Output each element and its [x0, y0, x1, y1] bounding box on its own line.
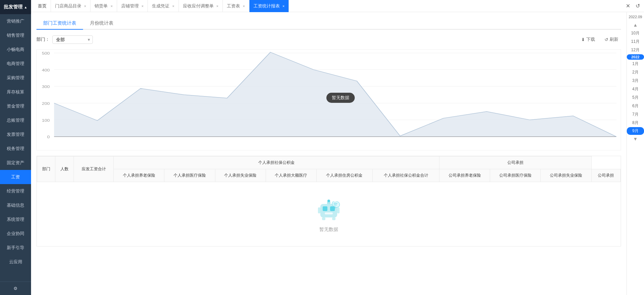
chart-svg: 500 400 300 200 100 0 — [37, 50, 621, 150]
refresh-button[interactable]: ↺ 刷新 — [602, 35, 621, 44]
svg-rect-22 — [332, 217, 336, 220]
timeline-panel: 2022.09 ▲ 10月11月12月20221月2月3月4月5月6月7月8月9… — [626, 12, 644, 295]
tab-label-voucher: 生成凭证 — [152, 3, 169, 9]
tab-close-voucher[interactable]: × — [172, 4, 174, 8]
timeline-month-2023-1月[interactable]: 1月 — [627, 60, 644, 68]
sidebar-item-marketing[interactable]: 营销推广 — [0, 14, 31, 28]
sidebar-item-ecommerce[interactable]: 电商管理 — [0, 57, 31, 71]
timeline-month-2023-7月[interactable]: 7月 — [627, 110, 644, 119]
tab-payroll-report[interactable]: 工资统计报表× — [249, 0, 289, 12]
sidebar-item-cloud[interactable]: 云应用 — [0, 255, 31, 269]
tab-close-button[interactable]: ✕ — [624, 1, 632, 10]
timeline-month-2023-8月[interactable]: 8月 — [627, 119, 644, 127]
svg-marker-12 — [54, 52, 616, 137]
tab-label-payroll-report: 工资统计报表 — [253, 3, 280, 9]
tab-bar: 首页门店商品目录×销货单×店铺管理×生成凭证×应收应付调整单×工资表×工资统计报… — [31, 0, 644, 12]
dept-select[interactable]: 全部 销售部 财务部 行政部 技术部 — [52, 35, 93, 44]
timeline-down-nav[interactable]: ▼ — [632, 135, 639, 143]
table-empty-label: 暂无数据 — [319, 227, 338, 233]
tab-home[interactable]: 首页 — [34, 0, 51, 12]
sidebar-item-enterprise[interactable]: 企业协同 — [0, 227, 31, 241]
sidebar-item-invoice[interactable]: 发票管理 — [0, 127, 31, 142]
sidebar-item-assets[interactable]: 固定资产 — [0, 156, 31, 170]
sidebar-item-ecommerce-small[interactable]: 小畅电商 — [0, 42, 31, 57]
sub-col-5: 个人承担社保公积金合计 — [373, 169, 439, 182]
sub-col-8: 公司承担失业保险 — [541, 169, 591, 182]
tab-payable[interactable]: 应收应付调整单× — [179, 0, 223, 12]
data-table: 部门 人数 应发工资合计 个人承担社保公积金 公司承担 个人承担养老保险个人承担… — [37, 156, 621, 182]
page-content: 部门工资统计表 月份统计表 部门： 全部 销售部 财务部 行政部 技术部 — [31, 12, 626, 295]
tab-sales-order[interactable]: 销货单× — [90, 0, 117, 12]
sidebar-item-inventory[interactable]: 库存核算 — [0, 85, 31, 99]
sub-col-7: 公司承担医疗保险 — [490, 169, 541, 182]
refresh-label: 刷新 — [610, 36, 618, 42]
timeline-month-2023-2月[interactable]: 2月 — [627, 68, 644, 77]
timeline-month-2023-9月[interactable]: 9月 — [627, 127, 644, 135]
sidebar-item-operations[interactable]: 经营管理 — [0, 184, 31, 198]
tab-refresh-button[interactable]: ↺ — [634, 1, 641, 10]
tab-label-store-mgmt: 店铺管理 — [121, 3, 139, 9]
timeline-month-2022-12月[interactable]: 12月 — [627, 46, 644, 54]
tab-close-payable[interactable]: × — [216, 4, 218, 8]
tab-close-store-catalog[interactable]: × — [84, 4, 86, 8]
empty-state: 暂无数据 — [37, 182, 621, 246]
tab-voucher[interactable]: 生成凭证× — [148, 0, 179, 12]
sidebar-item-tax[interactable]: 税务管理 — [0, 142, 31, 156]
tab-close-payroll[interactable]: × — [243, 4, 245, 8]
timeline-month-2022-11月[interactable]: 11月 — [627, 37, 644, 46]
tab-label-sales-order: 销货单 — [95, 3, 108, 9]
dept-select-wrapper: 全部 销售部 财务部 行政部 技术部 — [52, 35, 93, 44]
col-personal-group: 个人承担社保公积金 — [114, 156, 439, 169]
col-total: 应发工资合计 — [74, 156, 113, 182]
table-container: 部门 人数 应发工资合计 个人承担社保公积金 公司承担 个人承担养老保险个人承担… — [36, 156, 621, 246]
col-count: 人数 — [55, 156, 74, 182]
tab-close-sales-order[interactable]: × — [110, 4, 112, 8]
sidebar: 批发管理 ▲ 营销推广销售管理小畅电商电商管理采购管理库存核算资金管理总账管理发… — [0, 0, 31, 295]
sub-col-0: 个人承担养老保险 — [114, 169, 164, 182]
tab-close-store-mgmt[interactable]: × — [141, 4, 143, 8]
svg-rect-19 — [318, 207, 320, 213]
timeline-year-label: 2022.09 — [629, 15, 642, 19]
sidebar-item-ledger[interactable]: 总账管理 — [0, 113, 31, 127]
timeline-month-2022-10月[interactable]: 10月 — [627, 29, 644, 37]
dept-filter-label: 部门： — [36, 36, 50, 42]
sidebar-item-purchase[interactable]: 采购管理 — [0, 71, 31, 85]
sidebar-settings-button[interactable]: ⚙ — [0, 282, 31, 295]
tab-store-mgmt[interactable]: 店铺管理× — [117, 0, 148, 12]
tab-bar-end: ✕ ↺ — [624, 1, 641, 10]
svg-rect-21 — [322, 217, 325, 220]
svg-text:400: 400 — [42, 68, 50, 72]
sub-tabs: 部门工资统计表 月份统计表 — [36, 18, 621, 30]
timeline-up-nav[interactable]: ▲ — [632, 21, 639, 29]
empty-robot-icon — [315, 196, 342, 223]
gear-icon: ⚙ — [14, 286, 18, 291]
svg-rect-15 — [330, 206, 335, 211]
tab-month-stats[interactable]: 月份统计表 — [83, 18, 120, 30]
timeline-month-2023-6月[interactable]: 6月 — [627, 102, 644, 110]
sidebar-item-system[interactable]: 系统管理 — [0, 212, 31, 227]
tab-store-catalog[interactable]: 门店商品目录× — [51, 0, 90, 12]
tab-close-payroll-report[interactable]: × — [283, 4, 285, 8]
timeline-year-2022[interactable]: 2022 — [627, 54, 644, 60]
sidebar-item-guide[interactable]: 新手引导 — [0, 241, 31, 255]
sidebar-header[interactable]: 批发管理 ▲ — [0, 0, 31, 14]
tab-dept-stats[interactable]: 部门工资统计表 — [36, 18, 83, 30]
refresh-icon: ↺ — [605, 37, 608, 42]
timeline-month-2023-4月[interactable]: 4月 — [627, 85, 644, 93]
svg-rect-16 — [325, 212, 333, 214]
sub-col-4: 个人承担住房公积金 — [316, 169, 372, 182]
toolbar: 部门： 全部 销售部 财务部 行政部 技术部 ⬇ 下载 — [36, 35, 621, 44]
timeline-month-2023-5月[interactable]: 5月 — [627, 93, 644, 102]
svg-point-18 — [327, 200, 330, 202]
tab-payroll[interactable]: 工资表× — [223, 0, 249, 12]
timeline-month-2023-3月[interactable]: 3月 — [627, 77, 644, 85]
sidebar-item-sales[interactable]: 销售管理 — [0, 28, 31, 42]
download-icon: ⬇ — [581, 37, 585, 42]
sidebar-item-salary[interactable]: 工资 — [0, 170, 31, 184]
sidebar-item-basic[interactable]: 基础信息 — [0, 198, 31, 212]
download-button[interactable]: ⬇ 下载 — [579, 35, 598, 44]
tab-label-store-catalog: 门店商品目录 — [55, 3, 81, 9]
sidebar-item-finance[interactable]: 资金管理 — [0, 99, 31, 113]
svg-rect-14 — [323, 206, 327, 211]
svg-text:200: 200 — [42, 101, 50, 106]
